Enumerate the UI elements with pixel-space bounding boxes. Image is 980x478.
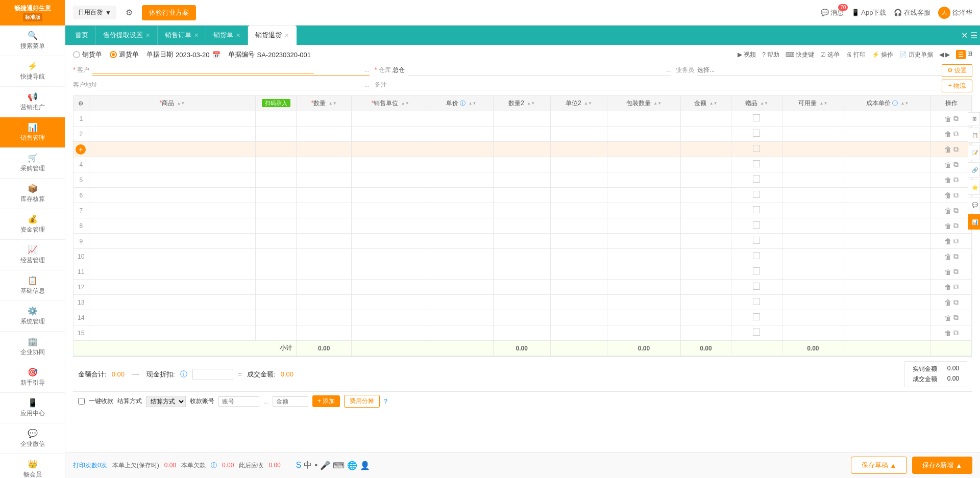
user-info[interactable]: 人 徐泽华 xyxy=(938,7,972,19)
cell-available-13[interactable] xyxy=(782,295,844,310)
cell-unit2-7[interactable] xyxy=(550,203,607,218)
cell-amount-5[interactable] xyxy=(680,172,731,188)
delete-btn-11[interactable]: 🗑 xyxy=(944,268,951,276)
cell-cost-price-7[interactable] xyxy=(844,203,931,218)
cell-qty2-14[interactable] xyxy=(493,310,550,325)
online-service-link[interactable]: 🎧 在线客服 xyxy=(894,8,930,17)
sidebar-item-enterprise[interactable]: 🏢企业协同 xyxy=(0,332,65,362)
cell-pack-qty-11[interactable] xyxy=(607,264,680,280)
cell-product-6[interactable] xyxy=(89,188,256,203)
remark-input-field[interactable] xyxy=(390,81,972,88)
cell-available-9[interactable] xyxy=(782,234,844,249)
cell-sales-unit-12[interactable] xyxy=(352,280,429,295)
sidebar-item-app-center[interactable]: 📱应用中心 xyxy=(0,393,65,423)
cell-gift-7[interactable] xyxy=(731,203,782,218)
copy-btn-15[interactable]: ⧉ xyxy=(953,329,959,337)
cell-pack-qty-7[interactable] xyxy=(607,203,680,218)
calendar-icon[interactable]: 📅 xyxy=(212,51,220,59)
cell-pack-qty-14[interactable] xyxy=(607,310,680,325)
cell-sales-unit-3[interactable] xyxy=(352,142,429,157)
cell-available-1[interactable] xyxy=(782,111,844,127)
cell-unit2-10[interactable] xyxy=(550,249,607,264)
sort-quantity[interactable]: ▲▼ xyxy=(329,101,337,106)
cell-sales-unit-2[interactable] xyxy=(352,127,429,142)
cell-available-12[interactable] xyxy=(782,280,844,295)
gift-checkbox-8[interactable] xyxy=(753,221,760,229)
sort-product[interactable]: ▲▼ xyxy=(177,101,185,106)
tab-close-icon[interactable]: ✕ xyxy=(145,32,150,39)
cell-amount-14[interactable] xyxy=(680,310,731,325)
cell-pack-qty-3[interactable] xyxy=(607,142,680,157)
cell-amount-7[interactable] xyxy=(680,203,731,218)
cell-available-2[interactable] xyxy=(782,127,844,142)
gift-checkbox-13[interactable] xyxy=(753,298,760,305)
cell-sales-unit-8[interactable] xyxy=(352,218,429,234)
copy-btn-8[interactable]: ⧉ xyxy=(953,221,959,230)
rfb-2[interactable]: 📋 xyxy=(968,128,980,143)
cell-qty2-13[interactable] xyxy=(493,295,550,310)
shortcut-action[interactable]: ⌨ 快捷键 xyxy=(786,51,814,59)
cell-amount-15[interactable] xyxy=(680,325,731,341)
sidebar-item-member[interactable]: 👑畅会员 xyxy=(0,454,65,478)
cell-available-10[interactable] xyxy=(782,249,844,264)
cell-quantity-8[interactable] xyxy=(297,218,352,234)
cell-available-14[interactable] xyxy=(782,310,844,325)
sidebar-item-quick-nav[interactable]: ⚡快捷导航 xyxy=(0,56,65,87)
operation-action[interactable]: ⚡ 操作 xyxy=(872,51,893,59)
cell-product-9[interactable] xyxy=(89,234,256,249)
cell-product-3[interactable] xyxy=(89,142,256,157)
gift-checkbox-1[interactable] xyxy=(753,114,760,121)
cell-product-2[interactable] xyxy=(89,127,256,142)
cell-unit-price-9[interactable] xyxy=(429,234,494,249)
copy-btn-7[interactable]: ⧉ xyxy=(953,206,959,215)
cell-sales-unit-6[interactable] xyxy=(352,188,429,203)
cell-pack-qty-1[interactable] xyxy=(607,111,680,127)
cell-available-5[interactable] xyxy=(782,172,844,188)
gift-checkbox-15[interactable] xyxy=(753,329,760,336)
cell-amount-3[interactable] xyxy=(680,142,731,157)
delete-btn-4[interactable]: 🗑 xyxy=(944,161,951,169)
cell-gift-13[interactable] xyxy=(731,295,782,310)
cell-qty2-4[interactable] xyxy=(493,157,550,172)
th-settings[interactable]: ⚙ xyxy=(74,96,89,111)
bt7[interactable]: 👤 xyxy=(360,461,370,470)
cell-sales-unit-5[interactable] xyxy=(352,172,429,188)
cell-gift-15[interactable] xyxy=(731,325,782,341)
customer-input[interactable]: ... xyxy=(92,64,370,76)
print-action[interactable]: 🖨 打印 xyxy=(846,51,866,59)
cell-gift-8[interactable] xyxy=(731,218,782,234)
discount-hint[interactable]: ⓘ xyxy=(180,370,187,379)
cell-unit-price-15[interactable] xyxy=(429,325,494,341)
warehouse-input-field[interactable] xyxy=(408,66,666,73)
copy-btn-5[interactable]: ⧉ xyxy=(953,175,959,184)
cell-quantity-6[interactable] xyxy=(297,188,352,203)
cell-cost-price-5[interactable] xyxy=(844,172,931,188)
one-click-payment-check[interactable] xyxy=(78,398,85,405)
cell-unit-price-1[interactable] xyxy=(429,111,494,127)
cell-unit-price-11[interactable] xyxy=(429,264,494,280)
cell-pack-qty-8[interactable] xyxy=(607,218,680,234)
cell-product-10[interactable] xyxy=(89,249,256,264)
cell-product-14[interactable] xyxy=(89,310,256,325)
cell-available-15[interactable] xyxy=(782,325,844,341)
cell-sales-unit-13[interactable] xyxy=(352,295,429,310)
sidebar-item-search[interactable]: 🔍搜索菜单 xyxy=(0,26,65,56)
cell-qty2-2[interactable] xyxy=(493,127,550,142)
sort-qty2[interactable]: ▲▼ xyxy=(527,101,535,106)
cell-product-5[interactable] xyxy=(89,172,256,188)
cell-unit-price-6[interactable] xyxy=(429,188,494,203)
cell-gift-4[interactable] xyxy=(731,157,782,172)
cell-unit2-11[interactable] xyxy=(550,264,607,280)
cell-pack-qty-5[interactable] xyxy=(607,172,680,188)
add-payment-btn[interactable]: + 添加 xyxy=(312,395,340,407)
sort-available[interactable]: ▲▼ xyxy=(820,101,828,106)
gift-checkbox-5[interactable] xyxy=(753,175,760,183)
cell-unit-price-3[interactable] xyxy=(429,142,494,157)
cell-qty2-9[interactable] xyxy=(493,234,550,249)
gift-checkbox-10[interactable] xyxy=(753,252,760,259)
cell-product-12[interactable] xyxy=(89,280,256,295)
cell-unit-price-4[interactable] xyxy=(429,157,494,172)
gift-checkbox-12[interactable] xyxy=(753,283,760,290)
cell-cost-price-11[interactable] xyxy=(844,264,931,280)
cell-gift-14[interactable] xyxy=(731,310,782,325)
